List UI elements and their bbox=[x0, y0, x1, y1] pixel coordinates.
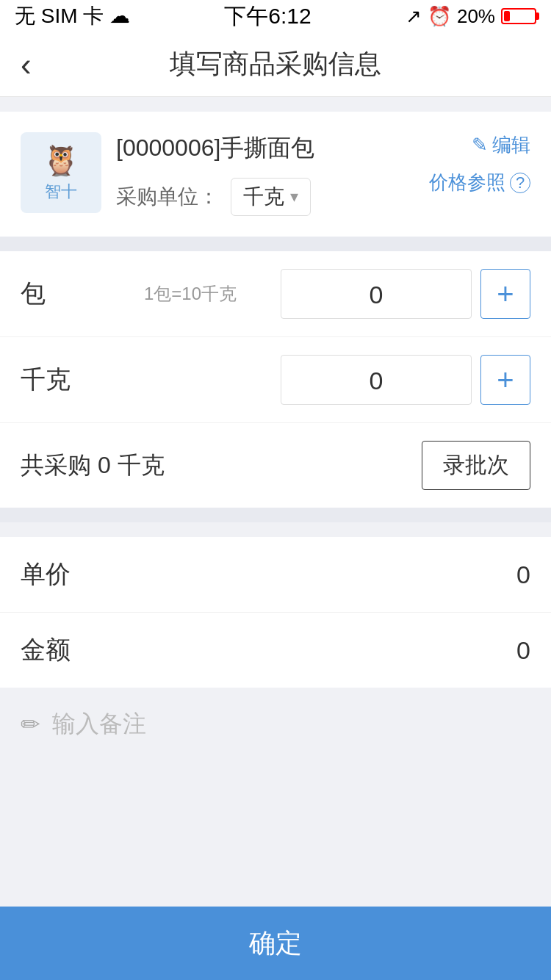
unit-value: 千克 bbox=[243, 183, 284, 211]
amount-row: 金额 0 bbox=[0, 613, 551, 688]
input-section: 包 1包=10千克 0 + 千克 0 + bbox=[0, 251, 551, 423]
back-button[interactable]: ‹ bbox=[21, 46, 32, 83]
battery-icon bbox=[501, 8, 536, 24]
price-reference-button[interactable]: 价格参照 ? bbox=[429, 170, 530, 195]
kilogram-label: 千克 bbox=[21, 363, 138, 397]
bao-plus-button[interactable]: + bbox=[480, 269, 530, 319]
remark-placeholder: 输入备注 bbox=[52, 708, 146, 741]
page-title: 填写商品采购信息 bbox=[170, 46, 381, 82]
bao-input-row: 包 1包=10千克 0 + bbox=[0, 251, 551, 337]
record-batch-button[interactable]: 录批次 bbox=[422, 441, 530, 490]
status-bar: 无 SIM 卡 ☁ 下午6:12 ↗ ⏰ 20% bbox=[0, 0, 551, 32]
unit-dropdown-arrow: ▾ bbox=[290, 187, 298, 206]
edit-label: 编辑 bbox=[492, 132, 530, 158]
unit-label: 采购单位： bbox=[116, 183, 219, 211]
section-divider-2 bbox=[0, 508, 551, 522]
nav-bar: ‹ 填写商品采购信息 bbox=[0, 32, 551, 97]
status-left: 无 SIM 卡 ☁ bbox=[15, 2, 130, 30]
product-card: 🦉 智十 [0000006]手撕面包 采购单位： 千克 ▾ ✎ 编辑 价格参照 … bbox=[0, 112, 551, 237]
price-value: 0 bbox=[516, 561, 530, 589]
status-right: ↗ ⏰ 20% bbox=[406, 5, 536, 28]
amount-value: 0 bbox=[516, 636, 530, 665]
confirm-label: 确定 bbox=[249, 926, 302, 962]
bao-sublabel: 1包=10千克 bbox=[144, 282, 237, 306]
help-icon: ? bbox=[510, 173, 530, 193]
time-display: 下午6:12 bbox=[224, 1, 311, 32]
price-ref-label: 价格参照 bbox=[429, 170, 505, 195]
bao-label: 包 bbox=[21, 277, 138, 311]
pencil-icon: ✏ bbox=[21, 710, 40, 738]
confirm-bar[interactable]: 确定 bbox=[0, 907, 551, 980]
edit-button[interactable]: ✎ 编辑 bbox=[472, 132, 530, 158]
product-name: [0000006]手撕面包 bbox=[116, 132, 414, 165]
product-actions: ✎ 编辑 价格参照 ? bbox=[429, 132, 530, 195]
price-label: 单价 bbox=[21, 558, 516, 591]
kilogram-plus-button[interactable]: + bbox=[480, 355, 530, 405]
kilogram-input-row: 千克 0 + bbox=[0, 337, 551, 423]
battery-percent: 20% bbox=[457, 5, 495, 28]
owl-icon: 🦉 bbox=[43, 143, 79, 178]
alarm-icon: ⏰ bbox=[428, 5, 451, 28]
price-amount-section: 单价 0 金额 0 bbox=[0, 537, 551, 688]
kilogram-input[interactable]: 0 bbox=[281, 355, 472, 405]
thumb-label: 智十 bbox=[45, 181, 77, 203]
price-row: 单价 0 bbox=[0, 537, 551, 613]
product-info: [0000006]手撕面包 采购单位： 千克 ▾ bbox=[116, 132, 414, 216]
sim-status: 无 SIM 卡 ☁ bbox=[15, 2, 130, 30]
location-icon: ↗ bbox=[406, 5, 422, 28]
product-thumbnail: 🦉 智十 bbox=[21, 132, 101, 213]
total-label: 共采购 0 千克 bbox=[21, 450, 422, 482]
edit-icon: ✎ bbox=[472, 134, 488, 156]
bao-input[interactable]: 0 bbox=[281, 269, 472, 319]
unit-select[interactable]: 千克 ▾ bbox=[231, 178, 311, 216]
remark-section[interactable]: ✏ 输入备注 bbox=[0, 688, 551, 761]
total-row: 共采购 0 千克 录批次 bbox=[0, 423, 551, 508]
amount-label: 金额 bbox=[21, 633, 516, 667]
product-unit-row: 采购单位： 千克 ▾ bbox=[116, 178, 414, 216]
section-divider-1 bbox=[0, 237, 551, 251]
